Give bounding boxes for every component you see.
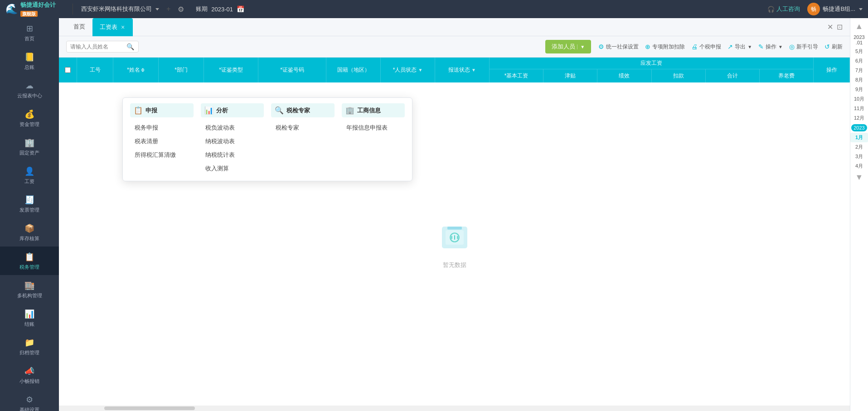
month-11[interactable]: 11月 [854, 104, 864, 113]
search-box[interactable]: 🔍 [66, 41, 139, 53]
right-panel-up-icon[interactable]: ▲ [855, 20, 863, 33]
inventory-icon: 📦 [24, 223, 34, 233]
add-person-label: 添加人员 [552, 43, 575, 51]
calendar-icon[interactable]: 📅 [237, 5, 244, 13]
popup-item-tax-table[interactable]: 税表清册 [130, 135, 194, 148]
toolbar: 🔍 添加人员 ▼ ⚙ 统一社保设置 ⊕ 专项附加扣除 🖨 个税申报 ↗ 导出 ▼… [59, 36, 850, 58]
th-name[interactable]: *姓名 [113, 58, 159, 82]
sidebar-item-home[interactable]: ⊞ 首页 [0, 18, 59, 47]
month-4[interactable]: 4月 [855, 161, 863, 171]
tax-icon: 📋 [24, 252, 34, 262]
close-tab-icon[interactable]: ✕ [827, 23, 833, 31]
month-12[interactable]: 12月 [854, 113, 864, 123]
th-id-label: 工号 [90, 66, 101, 74]
sidebar-item-archive[interactable]: 📁 归档管理 [0, 332, 59, 361]
popup-item-tax-declaration[interactable]: 税务申报 [130, 121, 194, 135]
month-5[interactable]: 5月 [855, 47, 863, 56]
status-filter-icon[interactable]: ▼ [418, 68, 422, 73]
special-deduction-action-icon: ⊕ [645, 43, 650, 50]
refresh-action-icon: ↺ [824, 43, 830, 50]
right-panel-down-icon[interactable]: ▼ [855, 171, 863, 184]
period-selector[interactable]: 账期 2023-01 📅 [196, 5, 244, 13]
toolbar-action-operations[interactable]: ✎ 操作 ▼ [758, 43, 783, 51]
month-1-active[interactable]: 1月 [850, 133, 868, 142]
popup-item-tax-burden[interactable]: 税负波动表 [201, 121, 264, 135]
th-cert-type-label: *证鉴类型 [219, 66, 243, 74]
social-security-action-icon: ⚙ [598, 43, 604, 50]
sidebar-item-assets[interactable]: 🏢 固定资产 [0, 132, 59, 161]
popup-item-expert[interactable]: 税检专家 [271, 121, 335, 135]
search-input[interactable] [70, 44, 125, 50]
th-status[interactable]: *人员状态 ▼ [381, 58, 435, 82]
th-pension[interactable]: 养老费 [760, 69, 813, 82]
th-dept[interactable]: *部门 [159, 58, 204, 82]
tab-home[interactable]: 首页 [66, 18, 92, 36]
sidebar-item-multi[interactable]: 🏬 多机构管理 [0, 275, 59, 304]
sidebar-item-tax[interactable]: 📋 税务管理 [0, 247, 59, 275]
toolbar-action-export[interactable]: ↗ 导出 ▼ [727, 43, 752, 51]
popup-item-tax-stats[interactable]: 纳税统计表 [201, 148, 264, 162]
month-10[interactable]: 10月 [854, 94, 864, 104]
th-checkbox[interactable] [59, 58, 77, 82]
select-all-checkbox[interactable] [65, 67, 71, 73]
expand-icon[interactable]: ⊡ [837, 23, 843, 31]
sidebar-label-multi: 多机构管理 [17, 292, 42, 299]
month-6[interactable]: 6月 [855, 56, 863, 66]
company-selector[interactable]: 西安虾米网络科技有限公司 [81, 5, 159, 13]
th-deduction[interactable]: 扣款 [652, 69, 706, 82]
report-status-filter-icon[interactable]: ▼ [471, 68, 476, 73]
sidebar-item-salary[interactable]: 👤 工资 [0, 161, 59, 189]
user-menu[interactable]: 畅 畅捷通B组... [807, 3, 863, 15]
sidebar-item-cloud[interactable]: ☁ 云报表中心 [0, 75, 59, 104]
sidebar-item-ledger[interactable]: 📒 总账 [0, 47, 59, 75]
sidebar-item-inventory[interactable]: 📦 库存核算 [0, 218, 59, 247]
month-7[interactable]: 7月 [855, 66, 863, 75]
popup-item-annual-report[interactable]: 年报信息申报表 [342, 121, 405, 135]
sidebar-label-tax: 税务管理 [19, 264, 39, 271]
add-person-button[interactable]: 添加人员 ▼ [545, 40, 591, 53]
settings-icon[interactable]: ⚙ [178, 5, 184, 14]
month-9[interactable]: 9月 [855, 85, 863, 94]
th-base-wage[interactable]: *基本工资 [490, 69, 543, 82]
toolbar-action-special-deduction[interactable]: ⊕ 专项附加扣除 [645, 43, 685, 51]
add-company-icon[interactable]: + [166, 5, 170, 13]
support-button[interactable]: 🎧 人工咨询 [767, 5, 800, 13]
toolbar-action-guide[interactable]: ◎ 新手引导 [789, 43, 818, 51]
business-info-popup-icon: 🏢 [345, 106, 354, 115]
analysis-popup-title: 分析 [216, 106, 228, 115]
toolbar-action-individual-tax[interactable]: 🖨 个税申报 [691, 43, 721, 51]
tab-salary-table[interactable]: 工资表 × [92, 18, 133, 36]
th-cert-type[interactable]: *证鉴类型 [204, 58, 258, 82]
popup-section-header-declaration: 📋申报 [130, 103, 194, 117]
th-id[interactable]: 工号 [77, 58, 113, 82]
table-wrapper: 工号 *姓名 *部门 *证鉴类型 *证鉴号码 国籍（地区） [59, 58, 850, 411]
sidebar-item-settings[interactable]: ⚙ 基础设置 [0, 389, 59, 411]
name-sort[interactable] [141, 68, 145, 72]
dropdown-popup: 📋申报税务申报税表清册所得税汇算清缴📊分析税负波动表纳税波动表纳税统计表收入测算… [122, 97, 412, 181]
month-3[interactable]: 3月 [855, 152, 863, 161]
table-scrollbar[interactable] [59, 406, 850, 411]
close-icon: 📊 [24, 309, 34, 319]
toolbar-action-refresh[interactable]: ↺ 刷新 [824, 43, 843, 51]
th-performance[interactable]: 绩效 [597, 69, 651, 82]
th-report-status-label: 报送状态 [448, 66, 470, 74]
scrollbar-thumb[interactable] [104, 406, 195, 410]
th-report-status[interactable]: 报送状态 ▼ [435, 58, 490, 82]
popup-item-tax-payment[interactable]: 纳税波动表 [201, 135, 264, 148]
tab-salary-close-button[interactable]: × [120, 24, 126, 31]
month-8[interactable]: 8月 [855, 75, 863, 85]
th-region[interactable]: 国籍（地区） [326, 58, 381, 82]
sidebar-item-report[interactable]: 📣 小畅报销 [0, 361, 59, 389]
popup-item-income-calc[interactable]: 收入测算 [201, 162, 264, 175]
sidebar-item-invoice[interactable]: 🧾 发票管理 [0, 189, 59, 218]
month-2[interactable]: 2月 [855, 142, 863, 152]
sidebar-item-close[interactable]: 📊 结账 [0, 304, 59, 332]
th-total[interactable]: 合计 [706, 69, 760, 82]
sidebar-item-funds[interactable]: 💰 资金管理 [0, 104, 59, 132]
th-allowance[interactable]: 津贴 [543, 69, 597, 82]
popup-section-header-business-info: 🏢工商信息 [342, 103, 405, 117]
th-cert-no[interactable]: *证鉴号码 [258, 58, 326, 82]
toolbar-action-social-security[interactable]: ⚙ 统一社保设置 [598, 43, 639, 51]
sidebar-label-ledger: 总账 [24, 64, 34, 71]
popup-item-income-tax[interactable]: 所得税汇算清缴 [130, 148, 194, 162]
